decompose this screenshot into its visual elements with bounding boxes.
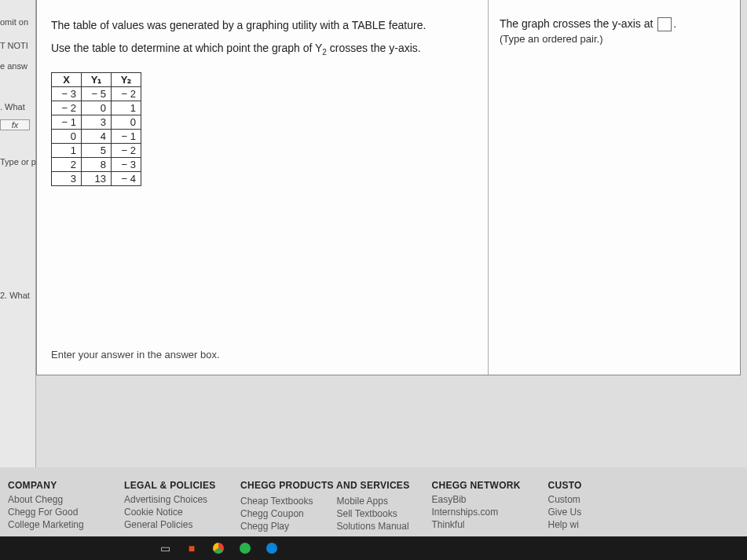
windows-taskbar[interactable]: ▭ ■: [0, 536, 747, 560]
table-cell: − 1: [112, 129, 141, 143]
table-row: − 3− 5− 2: [52, 86, 141, 101]
sidebar-fragment: 2. What: [0, 291, 30, 300]
chrome-icon[interactable]: [211, 540, 226, 556]
footer-products: CHEGG PRODUCTS AND SERVICES Cheap Textbo…: [240, 480, 409, 533]
table-cell: 0: [52, 129, 82, 143]
table-cell: − 2: [52, 101, 82, 115]
table-header-x: X: [52, 72, 82, 86]
table-cell: 3: [82, 115, 112, 129]
sidebar-fragment: omit on: [0, 17, 28, 27]
footer-heading: CUSTO: [547, 480, 642, 491]
footer-company: COMPANY About Chegg Chegg For Good Colle…: [8, 480, 102, 533]
footer-link[interactable]: Chegg Play: [240, 521, 313, 532]
formula-bar-fx[interactable]: fx: [0, 119, 30, 130]
question-panel: The table of values was generated by a g…: [36, 0, 741, 375]
taskbar-app-icon[interactable]: [237, 540, 253, 556]
table-cell: − 2: [112, 143, 141, 157]
table-cell: 4: [82, 129, 112, 143]
taskbar-app-icon[interactable]: ▭: [157, 540, 173, 556]
answer-suffix: .: [673, 17, 676, 30]
table-row: − 201: [52, 101, 141, 115]
table-cell: − 1: [52, 115, 82, 129]
footer-link[interactable]: Solutions Manual: [337, 521, 409, 532]
footer-legal: LEGAL & POLICIES Advertising Choices Coo…: [124, 480, 218, 533]
table-cell: − 3: [52, 86, 82, 101]
instruction-line-1: The table of values was generated by a g…: [51, 17, 477, 34]
sidebar-fragment: Type or pa: [0, 157, 41, 167]
footer-heading: CHEGG NETWORK: [431, 480, 525, 491]
table-row: − 130: [52, 115, 141, 129]
table-cell: 0: [82, 101, 112, 115]
footer-link[interactable]: EasyBib: [431, 494, 525, 505]
answer-format-note: (Type an ordered pair.): [500, 33, 731, 45]
footer-heading: LEGAL & POLICIES: [124, 480, 218, 491]
footer-link[interactable]: Custom: [547, 494, 642, 505]
footer-heading: CHEGG PRODUCTS AND SERVICES: [240, 480, 409, 491]
sidebar-fragment: e answ: [0, 61, 27, 71]
answer-entry-area: The graph crosses the y-axis at . (Type …: [489, 0, 740, 375]
instruction-text: Use the table to determine at which poin…: [51, 42, 322, 54]
taskbar-app-icon[interactable]: ■: [184, 540, 200, 556]
footer-customer: CUSTO Custom Give Us Help wi: [547, 480, 642, 533]
table-cell: − 4: [112, 171, 141, 185]
footer-link[interactable]: Chegg Coupon: [240, 508, 313, 519]
sidebar-fragment: T NOTI: [0, 41, 28, 50]
footer-link[interactable]: Help wi: [547, 519, 642, 530]
table-cell: − 5: [82, 86, 112, 101]
footer-heading: COMPANY: [8, 480, 102, 491]
footer-link[interactable]: General Policies: [124, 519, 218, 530]
question-content: The table of values was generated by a g…: [37, 0, 489, 375]
edge-icon[interactable]: [264, 540, 280, 556]
table-cell: 1: [52, 143, 82, 157]
instruction-line-2: Use the table to determine at which poin…: [51, 40, 477, 58]
table-row: 313− 4: [52, 171, 141, 185]
table-header-y1: Y₁: [82, 72, 112, 86]
page-footer: COMPANY About Chegg Chegg For Good Colle…: [0, 467, 747, 536]
footer-link[interactable]: College Marketing: [8, 519, 102, 530]
footer-link[interactable]: Give Us: [547, 507, 642, 518]
table-cell: 2: [52, 157, 82, 171]
table-cell: 3: [52, 171, 82, 185]
table-row: 28− 3: [52, 157, 141, 171]
table-cell: 13: [82, 171, 112, 185]
instruction-text: crosses the y-axis.: [327, 42, 421, 54]
answer-input-box[interactable]: [657, 17, 672, 31]
values-table: X Y₁ Y₂ − 3− 5− 2− 201− 13004− 115− 228−…: [51, 72, 141, 186]
footer-link[interactable]: Chegg For Good: [8, 507, 102, 518]
table-row: 04− 1: [52, 129, 141, 143]
footer-link[interactable]: Cookie Notice: [124, 507, 218, 518]
footer-link[interactable]: Cheap Textbooks: [240, 496, 313, 507]
table-row: 15− 2: [52, 143, 141, 157]
footer-network: CHEGG NETWORK EasyBib Internships.com Th…: [431, 480, 525, 533]
table-cell: 5: [82, 143, 112, 157]
table-header-y2: Y₂: [112, 72, 141, 86]
footer-link[interactable]: Mobile Apps: [337, 496, 409, 507]
answer-prompt-line: The graph crosses the y-axis at .: [500, 17, 731, 31]
sidebar-fragment: . What: [0, 102, 25, 112]
footer-link[interactable]: Advertising Choices: [124, 494, 218, 505]
table-cell: − 2: [112, 86, 141, 101]
footer-link[interactable]: About Chegg: [8, 494, 102, 505]
answer-prompt-text: The graph crosses the y-axis at: [500, 17, 656, 30]
answer-box-hint: Enter your answer in the answer box.: [51, 349, 220, 361]
table-cell: 0: [112, 115, 141, 129]
table-cell: 1: [112, 101, 141, 115]
table-cell: − 3: [112, 157, 141, 171]
table-cell: 8: [82, 157, 112, 171]
footer-link[interactable]: Sell Textbooks: [337, 508, 409, 519]
footer-link[interactable]: Thinkful: [431, 519, 525, 530]
footer-link[interactable]: Internships.com: [431, 507, 525, 518]
